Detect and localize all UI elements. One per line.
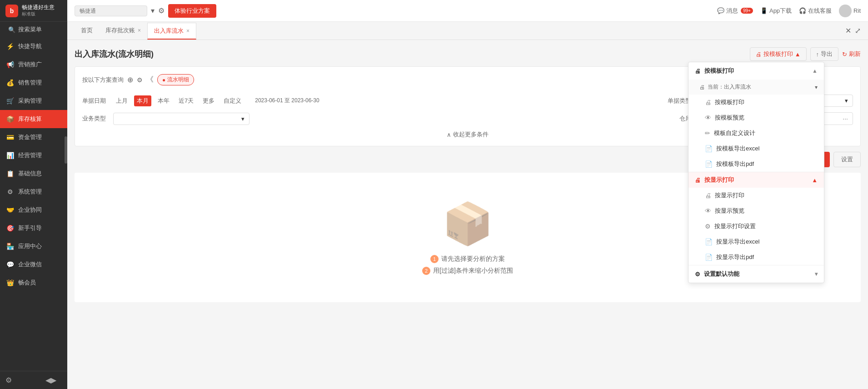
print-dropdown-icon: ▲ [795, 51, 801, 58]
date-option-last-month[interactable]: 上月 [113, 95, 130, 106]
sidebar-item-quick-nav[interactable]: ⚡ 快捷导航 [0, 37, 67, 55]
sidebar-item-inventory[interactable]: 📦 库存核算 [0, 110, 67, 128]
message-icon: 💬 [717, 7, 724, 14]
display-print-item[interactable]: 🖨 按显示打印 [688, 188, 824, 203]
empty-illustration: 📦 [442, 200, 493, 248]
print-section-icon: 🖨 [695, 68, 701, 75]
default-settings-header[interactable]: ⚙ 设置默认功能 ▾ [688, 265, 824, 283]
hint-number-1: 1 [430, 255, 439, 263]
tab-home-label: 首页 [81, 26, 93, 35]
template-design-item[interactable]: ✏ 模板自定义设计 [688, 125, 824, 141]
sidebar-item-label: 营销推广 [18, 60, 42, 69]
sidebar-item-cooperation[interactable]: 🤝 企业协同 [0, 201, 67, 219]
sidebar-search[interactable]: 🔍 搜索菜单 [0, 22, 67, 37]
page-header: 出入库流水(流水明细) 🖨 按模板打印 ▲ ↑ 导出 ↻ 刷新 [75, 47, 861, 61]
display-item-settings-icon: ⚙ [705, 223, 711, 230]
sidebar-item-label: 新手引导 [18, 224, 42, 232]
template-print-item[interactable]: 🖨 按模板打印 [688, 95, 824, 110]
message-item[interactable]: 💬 消息 99+ [717, 7, 753, 15]
settings-btn[interactable]: 设置 [833, 152, 861, 167]
operation-icon: 📊 [5, 151, 15, 160]
subheader-chevron: ▾ [815, 84, 818, 90]
refresh-btn-label: 刷新 [849, 50, 861, 58]
print-btn[interactable]: 🖨 按模板打印 ▲ [750, 47, 807, 61]
doc-type-chevron: ▾ [845, 97, 848, 104]
marketing-icon: 📢 [5, 60, 15, 69]
tab-inventory-flow[interactable]: 出入库流水 × [147, 23, 196, 40]
business-type-select[interactable]: ▾ [113, 113, 249, 125]
sidebar-item-operation[interactable]: 📊 经营管理 [0, 146, 67, 165]
trial-btn[interactable]: 体验行业方案 [168, 4, 216, 18]
export-btn[interactable]: ↑ 导出 [810, 47, 839, 61]
display-print-settings-item[interactable]: ⚙ 按显示打印设置 [688, 219, 824, 234]
sidebar-item-membership[interactable]: 👑 畅会员 [0, 274, 67, 292]
sidebar-item-label: 畅会员 [18, 279, 36, 287]
display-print-icon: 🖨 [695, 177, 701, 184]
window-close-btn[interactable]: ✕ [845, 26, 851, 35]
template-print-chevron: ▲ [812, 68, 818, 74]
collapse-more-btn[interactable]: ∧ 收起更多条件 [447, 130, 489, 139]
collapse-sidebar-icon[interactable]: ◀▶ [45, 376, 56, 384]
template-print-header[interactable]: 🖨 按模板打印 ▲ [688, 62, 824, 80]
display-export-pdf-label: 按显示导出pdf [716, 253, 754, 261]
display-print-section-label: 按显示打印 [704, 176, 734, 184]
display-export-pdf-item[interactable]: 📄 按显示导出pdf [688, 249, 824, 265]
sidebar-item-wechat[interactable]: 💬 企业微信 [0, 255, 67, 274]
header-gear-btn[interactable]: ⚙ [158, 6, 165, 15]
app-download-item[interactable]: 📱 App下载 [760, 7, 792, 15]
settings-footer-icon[interactable]: ⚙ [5, 376, 12, 384]
refresh-btn[interactable]: ↻ 刷新 [842, 50, 861, 58]
sidebar-item-guide[interactable]: 🎯 新手引导 [0, 219, 67, 237]
display-item-print-icon: 🖨 [705, 192, 711, 199]
display-preview-item[interactable]: 👁 按显示预览 [688, 203, 824, 219]
logo-sub: 标准版 [22, 11, 55, 17]
headset-icon: 🎧 [799, 7, 806, 14]
template-preview-item[interactable]: 👁 按模板预览 [688, 110, 824, 125]
online-service-item[interactable]: 🎧 在线客服 [799, 7, 832, 15]
item-print-icon: 🖨 [705, 99, 711, 106]
collapse-icon: ∧ [447, 131, 451, 138]
date-option-more[interactable]: 更多 [200, 95, 217, 106]
sidebar-item-marketing[interactable]: 📢 营销推广 [0, 55, 67, 74]
current-template-label: 当前：出入库流水 [708, 83, 751, 91]
display-print-title[interactable]: 🖨 按显示打印 ▲ [688, 172, 824, 188]
filter-add-btn[interactable]: ⊕ [127, 75, 133, 84]
date-option-custom[interactable]: 自定义 [221, 95, 244, 106]
filter-settings-btn[interactable]: ⚙ [137, 76, 143, 84]
active-filter-tag[interactable]: ● 流水明细 [157, 74, 194, 85]
filter-collapse-btn[interactable]: 《 [146, 75, 154, 85]
display-export-excel-item[interactable]: 📄 按显示导出excel [688, 234, 824, 249]
date-filter-label: 单据日期 [82, 97, 106, 105]
sidebar-logo: b 畅捷通好生意 标准版 [0, 0, 67, 22]
default-settings-section: ⚙ 设置默认功能 ▾ [688, 265, 824, 283]
tab-inventory-flow-close[interactable]: × [186, 28, 190, 34]
app-center-icon: 🏪 [5, 242, 15, 251]
user-item[interactable]: Rit [839, 5, 861, 17]
tab-home[interactable]: 首页 [75, 23, 99, 39]
window-expand-btn[interactable]: ⤢ [855, 26, 861, 35]
sidebar-item-purchase[interactable]: 🛒 采购管理 [0, 92, 67, 110]
tab-inventory-batch-close[interactable]: × [138, 27, 141, 34]
sidebar-item-basic-info[interactable]: 📋 基础信息 [0, 165, 67, 183]
header-dropdown-btn[interactable]: ▾ [151, 6, 155, 15]
tab-inventory-batch[interactable]: 库存批次账 × [99, 23, 147, 39]
template-export-excel-item[interactable]: 📄 按模板导出excel [688, 141, 824, 156]
sidebar-item-sales[interactable]: 💰 销售管理 [0, 74, 67, 92]
sidebar-item-finance[interactable]: 💳 资金管理 [0, 128, 67, 146]
logo-text: 畅捷通好生意 [22, 4, 55, 11]
sidebar-item-system[interactable]: ⚙ 系统管理 [0, 183, 67, 201]
sidebar-item-app-center[interactable]: 🏪 应用中心 [0, 237, 67, 255]
date-option-last-7days[interactable]: 近7天 [176, 95, 196, 106]
date-range: 2023-06-01 至 2023-06-30 [255, 97, 319, 105]
header-search-input[interactable] [75, 5, 147, 16]
date-option-this-year[interactable]: 本年 [155, 95, 172, 106]
warehouse-more-btn[interactable]: ··· [843, 115, 848, 122]
window-controls: ✕ ⤢ [845, 26, 861, 35]
date-option-this-month[interactable]: 本月 [134, 95, 151, 106]
template-export-pdf-item[interactable]: 📄 按模板导出pdf [688, 156, 824, 172]
sidebar-item-label: 销售管理 [18, 79, 42, 87]
empty-hint-2: 2 用[过滤]条件来缩小分析范围 [422, 267, 513, 275]
finance-icon: 💳 [5, 133, 15, 142]
wechat-icon: 💬 [5, 260, 15, 269]
display-export-excel-label: 按显示导出excel [716, 238, 759, 246]
